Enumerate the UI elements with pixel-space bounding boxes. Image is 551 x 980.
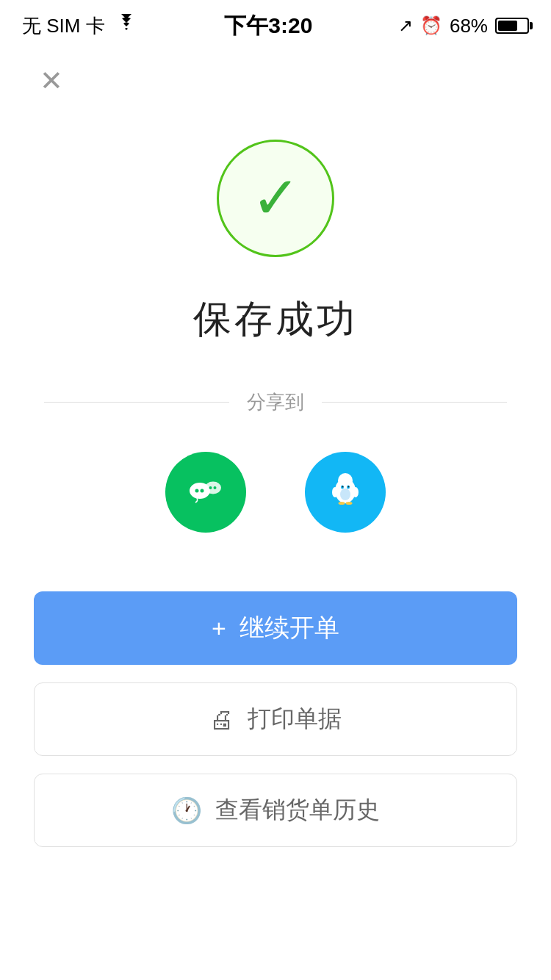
- status-right: ↗ ⏰ 68%: [398, 15, 529, 37]
- continue-order-label: 继续开单: [240, 611, 339, 645]
- success-title: 保存成功: [193, 294, 358, 345]
- svg-point-13: [339, 502, 345, 505]
- svg-point-11: [348, 486, 350, 488]
- share-divider: 分享到: [0, 389, 551, 415]
- wifi-icon: [114, 14, 139, 38]
- status-left: 无 SIM 卡: [22, 13, 139, 39]
- close-icon: ✕: [40, 67, 63, 95]
- battery-text: 68%: [450, 15, 488, 37]
- location-icon: ↗: [398, 15, 413, 36]
- printer-icon: 🖨: [209, 707, 234, 732]
- actions-container: + 继续开单 🖨 打印单据 🕐 查看销货单历史: [0, 591, 551, 847]
- svg-point-3: [201, 489, 204, 493]
- svg-point-17: [353, 487, 359, 497]
- history-button[interactable]: 🕐 查看销货单历史: [34, 774, 517, 847]
- share-qq-button[interactable]: [305, 452, 386, 533]
- svg-point-1: [205, 482, 221, 494]
- main-content: ✓ 保存成功 分享到: [0, 51, 551, 847]
- wechat-icon: [182, 469, 229, 516]
- svg-point-4: [209, 486, 212, 489]
- svg-point-5: [214, 486, 217, 489]
- print-button[interactable]: 🖨 打印单据: [34, 682, 517, 756]
- divider-line-left: [44, 402, 229, 403]
- svg-point-14: [346, 502, 353, 505]
- divider-line-right: [322, 402, 507, 403]
- continue-order-button[interactable]: + 继续开单: [34, 591, 517, 665]
- share-row: [165, 452, 386, 533]
- qq-icon: [322, 469, 369, 516]
- success-icon-circle: ✓: [217, 140, 334, 257]
- history-icon: 🕐: [171, 798, 202, 823]
- plus-icon: +: [212, 616, 226, 641]
- svg-point-16: [332, 487, 338, 497]
- carrier-text: 无 SIM 卡: [22, 13, 105, 39]
- svg-point-15: [340, 489, 350, 500]
- alarm-icon: ⏰: [420, 15, 442, 36]
- svg-point-10: [342, 486, 344, 488]
- print-label: 打印单据: [248, 703, 342, 735]
- checkmark-icon: ✓: [251, 169, 300, 228]
- share-label: 分享到: [229, 389, 322, 415]
- status-bar: 无 SIM 卡 下午3:20 ↗ ⏰ 68%: [0, 0, 551, 51]
- history-label: 查看销货单历史: [215, 794, 380, 826]
- svg-point-7: [338, 473, 353, 488]
- svg-point-2: [195, 489, 199, 493]
- status-time: 下午3:20: [224, 11, 312, 41]
- battery-icon: [495, 18, 529, 34]
- close-button[interactable]: ✕: [29, 59, 73, 103]
- share-wechat-button[interactable]: [165, 452, 246, 533]
